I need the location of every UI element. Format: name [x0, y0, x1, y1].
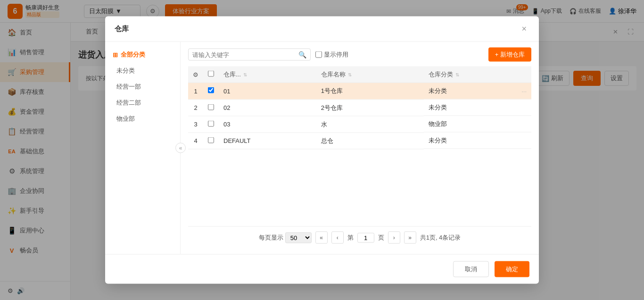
row-checkbox-cell [203, 116, 219, 133]
row-num: 2 [188, 100, 203, 116]
row-code: 01 [219, 83, 316, 100]
select-all-checkbox[interactable] [208, 71, 214, 77]
per-page-dropdown[interactable]: 2050100 [285, 232, 312, 243]
th-code: 仓库... ⇅ [219, 67, 316, 83]
prev-page-btn[interactable]: ‹ [331, 232, 344, 244]
row-name: 2号仓库 [316, 100, 424, 116]
first-page-icon: « [320, 234, 323, 241]
modal-body: ⊞ 全部分类 未分类 经营一部 经营二部 物业部 « [105, 42, 539, 254]
th-name-label: 仓库名称 [321, 71, 346, 78]
th-category: 仓库分类 ⇅ [424, 67, 531, 83]
th-settings: ⚙ [188, 67, 203, 83]
warehouse-modal: 仓库 × ⊞ 全部分类 未分类 经营一部 经营二部 物业部 « [105, 17, 539, 284]
table-row[interactable]: 1 01 1号仓库 未分类 ··· [188, 83, 531, 100]
category-item-property[interactable]: 物业部 [105, 111, 180, 127]
row-num: 4 [188, 133, 203, 149]
page-label: 第 [347, 233, 354, 242]
collapse-panel-btn[interactable]: « [175, 143, 186, 153]
row-checkbox-cell [203, 133, 219, 149]
per-page-label: 每页显示 [259, 233, 283, 242]
search-input[interactable] [192, 51, 296, 58]
last-page-icon: » [408, 234, 412, 241]
next-page-btn[interactable]: › [388, 232, 400, 244]
first-page-btn[interactable]: « [315, 232, 328, 244]
row-checkbox-cell [203, 100, 219, 116]
page-size-select: 每页显示 2050100 [259, 232, 312, 243]
cancel-btn[interactable]: 取消 [453, 261, 489, 277]
show-disabled-label: 显示停用 [324, 50, 348, 59]
row-code: 03 [219, 116, 316, 133]
category-header[interactable]: ⊞ 全部分类 [105, 47, 180, 63]
page-suffix: 页 [378, 233, 384, 242]
page-input[interactable] [357, 233, 374, 242]
row-code: DEFAULT [219, 133, 316, 149]
category-panel: ⊞ 全部分类 未分类 经营一部 经营二部 物业部 « [105, 42, 181, 254]
search-icon[interactable]: 🔍 [298, 51, 306, 58]
th-category-label: 仓库分类 [429, 71, 453, 78]
total-info: 共1页, 4条记录 [420, 233, 461, 242]
settings-col-icon: ⚙ [193, 71, 198, 78]
row-actions[interactable]: ··· [521, 87, 527, 94]
pagination-bar: 每页显示 2050100 « ‹ 第 页 › » 共1页, 4条记录 [188, 226, 531, 249]
row-checkbox[interactable] [208, 87, 214, 93]
modal-footer: 取消 确定 [105, 254, 539, 284]
row-checkbox[interactable] [208, 137, 214, 143]
sort-category-icon: ⇅ [455, 72, 459, 77]
row-num: 1 [188, 83, 203, 100]
row-name: 水 [316, 116, 424, 133]
sort-name-icon: ⇅ [348, 72, 352, 77]
table-row[interactable]: 3 03 水 物业部 [188, 116, 531, 133]
row-category: 未分类 [424, 133, 531, 149]
table-panel: 🔍 显示停用 + 新增仓库 ⚙ [181, 42, 539, 254]
search-input-wrap: 🔍 [188, 49, 311, 61]
next-page-icon: › [393, 234, 395, 241]
row-name: 1号仓库 [316, 83, 424, 100]
add-warehouse-btn[interactable]: + 新增仓库 [488, 48, 531, 62]
show-disabled-check[interactable] [315, 51, 322, 58]
last-page-btn[interactable]: » [404, 232, 416, 244]
table-toolbar: 🔍 显示停用 + 新增仓库 [188, 48, 531, 62]
table-row[interactable]: 2 02 2号仓库 未分类 [188, 100, 531, 116]
grid-icon: ⊞ [113, 51, 118, 58]
sort-code-icon: ⇅ [243, 72, 247, 77]
th-checkbox [203, 67, 219, 83]
row-checkbox-cell [203, 83, 219, 100]
row-num: 3 [188, 116, 203, 133]
table-header-row: ⚙ 仓库... ⇅ 仓库名称 ⇅ [188, 67, 531, 83]
prev-page-icon: ‹ [337, 234, 339, 241]
all-categories-label: 全部分类 [121, 50, 145, 59]
row-code: 02 [219, 100, 316, 116]
row-category: 未分类 [424, 100, 531, 116]
row-category: 物业部 [424, 116, 531, 133]
category-item-ops2[interactable]: 经营二部 [105, 95, 180, 111]
table-row[interactable]: 4 DEFAULT 总仓 未分类 [188, 133, 531, 149]
modal-close-btn[interactable]: × [519, 23, 529, 35]
row-name: 总仓 [316, 133, 424, 149]
row-checkbox[interactable] [208, 104, 214, 110]
show-disabled-checkbox[interactable]: 显示停用 [315, 50, 348, 59]
th-code-label: 仓库... [223, 71, 241, 78]
category-item-unclassified[interactable]: 未分类 [105, 63, 180, 79]
row-checkbox[interactable] [208, 120, 214, 126]
modal-title: 仓库 [115, 25, 129, 33]
row-category: 未分类 ··· [424, 83, 531, 100]
category-item-ops1[interactable]: 经营一部 [105, 79, 180, 95]
confirm-btn[interactable]: 确定 [495, 261, 529, 277]
modal-header: 仓库 × [105, 17, 539, 42]
warehouse-table: ⚙ 仓库... ⇅ 仓库名称 ⇅ [188, 67, 531, 150]
th-name: 仓库名称 ⇅ [316, 67, 424, 83]
